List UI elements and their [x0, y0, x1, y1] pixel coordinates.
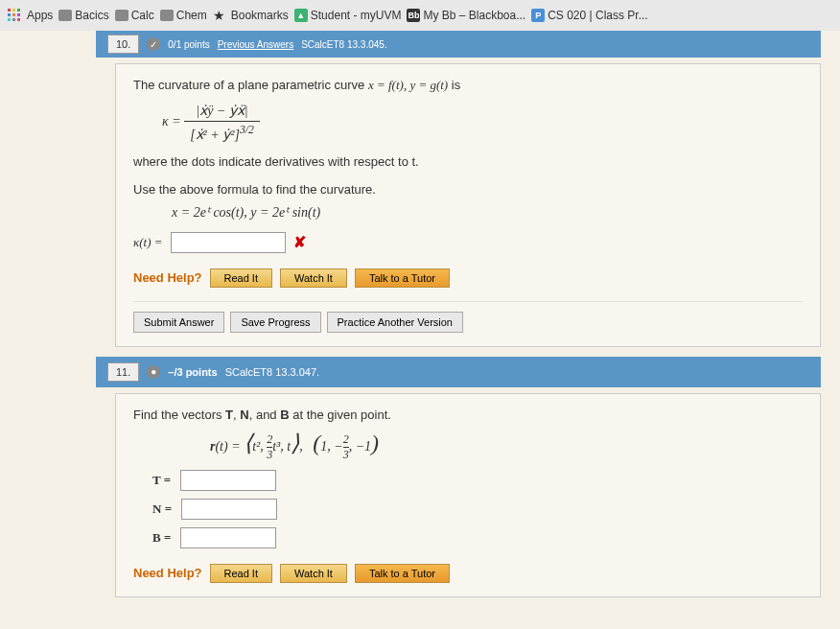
tab-cs020[interactable]: PCS 020 | Class Pr...	[531, 9, 648, 22]
svg-rect-7	[12, 18, 15, 21]
kappa-input[interactable]	[171, 232, 286, 253]
answer-row: κ(t) = ✘	[133, 232, 803, 253]
bookmark-folder-chem[interactable]: Chem	[160, 9, 207, 22]
submit-answer-button[interactable]: Submit Answer	[133, 312, 224, 333]
n-vector-row: N =	[152, 499, 803, 520]
apps-label[interactable]: Apps	[27, 9, 53, 22]
status-icon: ✓	[147, 37, 160, 51]
need-help-label: Need Help?	[133, 566, 202, 580]
tab-icon: ▲	[294, 9, 308, 22]
question-10-body: The curvature of a plane parametric curv…	[115, 63, 821, 347]
bookmarks-label[interactable]: Bookmarks	[231, 9, 289, 22]
tab-blackboard[interactable]: BbMy Bb – Blackboa...	[407, 9, 525, 22]
need-help-label: Need Help?	[133, 270, 202, 285]
t-label: T =	[152, 473, 171, 488]
watch-it-button[interactable]: Watch It	[280, 564, 347, 583]
practice-another-button[interactable]: Practice Another Version	[327, 312, 463, 333]
star-icon: ★	[213, 8, 225, 23]
svg-rect-0	[8, 9, 11, 12]
n-input[interactable]	[181, 499, 277, 520]
bookmark-folder-bacics[interactable]: Bacics	[58, 9, 108, 22]
help-row: Need Help? Read It Watch It Talk to a Tu…	[133, 268, 803, 288]
bookmarks-bar: Apps Bacics Calc Chem ★ Bookmarks ▲Stude…	[0, 0, 840, 31]
question-10-header: 10. ✓ 0/1 points Previous Answers SCalcE…	[96, 31, 821, 58]
read-it-button[interactable]: Read It	[210, 268, 272, 288]
folder-icon	[58, 10, 72, 21]
parametric-equations: x = 2eᵗ cos(t), y = 2eᵗ sin(t)	[172, 204, 803, 221]
apps-grid-icon[interactable]	[8, 9, 21, 22]
points-label: –/3 points	[168, 366, 217, 378]
bookmark-folder-calc[interactable]: Calc	[115, 9, 154, 22]
curvature-formula: κ = |ẋÿ − ẏẍ| [ẋ² + ẏ²]3/2	[162, 103, 803, 143]
prompt-text: Find the vectors T, N, and B at the give…	[133, 408, 803, 422]
watch-it-button[interactable]: Watch It	[280, 268, 347, 288]
inline-equation: x = f(t), y = g(t)	[368, 78, 448, 92]
t-vector-row: T =	[152, 470, 803, 491]
svg-rect-1	[12, 9, 15, 12]
question-ref: SCalcET8 13.3.045.	[301, 39, 387, 50]
points-label: 0/1 points	[168, 39, 209, 50]
question-ref: SCalcET8 13.3.047.	[225, 366, 319, 378]
b-vector-row: B =	[152, 527, 803, 548]
tab-icon: P	[531, 9, 545, 22]
folder-icon	[115, 10, 128, 21]
svg-rect-8	[17, 18, 20, 21]
tab-myuvm[interactable]: ▲Student - myUVM	[294, 9, 402, 22]
tab-icon: Bb	[407, 9, 420, 22]
vector-function: r(t) = ⟨t², 23t³, t⟩, (1, −23, −1)	[210, 430, 803, 462]
incorrect-icon: ✘	[293, 233, 306, 251]
question-number: 10.	[107, 35, 139, 54]
n-label: N =	[152, 501, 172, 517]
folder-icon	[160, 10, 174, 21]
prev-answers-link[interactable]: Previous Answers	[218, 39, 293, 50]
submit-row: Submit Answer Save Progress Practice Ano…	[133, 301, 803, 333]
svg-rect-5	[17, 13, 20, 16]
status-icon: ●	[147, 365, 160, 379]
svg-rect-2	[17, 9, 20, 12]
question-11-header: 11. ● –/3 points SCalcET8 13.3.047.	[96, 357, 821, 387]
t-input[interactable]	[180, 470, 276, 491]
where-text: where the dots indicate derivatives with…	[133, 154, 803, 169]
question-11-body: Find the vectors T, N, and B at the give…	[115, 393, 821, 597]
help-row-11: Need Help? Read It Watch It Talk to a Tu…	[133, 564, 803, 583]
svg-rect-3	[8, 13, 11, 16]
save-progress-button[interactable]: Save Progress	[230, 312, 320, 333]
intro-text: The curvature of a plane parametric curv…	[133, 78, 803, 93]
svg-rect-4	[12, 13, 15, 16]
use-text: Use the above formula to find the curvat…	[133, 182, 803, 197]
read-it-button[interactable]: Read It	[210, 564, 272, 583]
svg-rect-6	[8, 18, 11, 21]
b-input[interactable]	[180, 527, 276, 548]
talk-tutor-button[interactable]: Talk to a Tutor	[355, 268, 450, 288]
question-number: 11.	[107, 362, 139, 382]
page-content: 10. ✓ 0/1 points Previous Answers SCalcE…	[0, 31, 840, 629]
b-label: B =	[152, 530, 171, 546]
talk-tutor-button[interactable]: Talk to a Tutor	[355, 564, 450, 583]
kappa-label: κ(t) =	[133, 235, 163, 250]
